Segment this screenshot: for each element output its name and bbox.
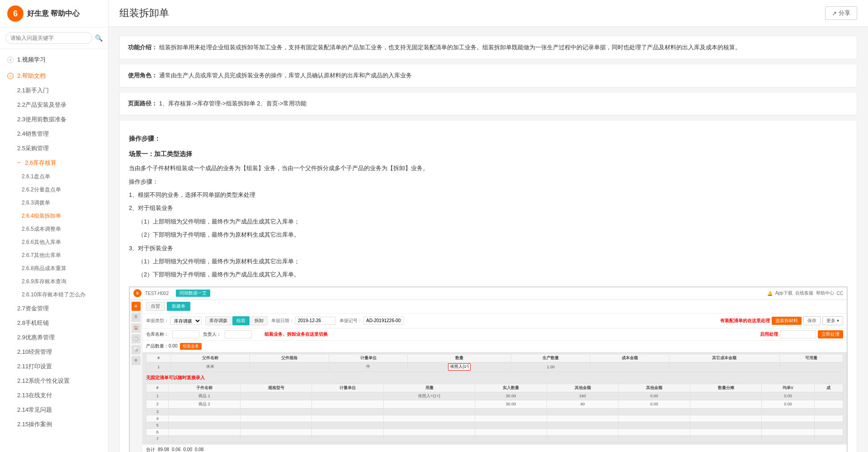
sidebar-item-print[interactable]: 2.11打印设置 bbox=[0, 359, 108, 374]
sim-new-btn[interactable]: 同期数据一艾 bbox=[176, 290, 210, 297]
sim-no-input[interactable] bbox=[363, 317, 404, 325]
nav-sub-label: 2.5采购管理 bbox=[17, 145, 49, 152]
sim-icon-nav1[interactable]: ☰ bbox=[132, 313, 141, 322]
sim-field-no-label: 单据记号： bbox=[340, 318, 362, 324]
sidebar-nav: + 1.视频学习 − 2.帮助文档 2.1新手入门 2.2产品安装及登录 2.3… bbox=[0, 49, 108, 452]
sim-lcol-seq: # bbox=[146, 384, 169, 392]
sim-top-icon5: CC bbox=[837, 291, 843, 296]
sim-more-btn[interactable]: 更多 ▾ bbox=[822, 316, 843, 325]
sim-annotation-enable: 启用处理 bbox=[760, 331, 778, 338]
sim-top-icon2: App下载 bbox=[775, 290, 793, 296]
sidebar-item-other-out[interactable]: 2.6.7其他出库单 bbox=[0, 249, 108, 262]
sim-annotation-type: 组装业务、拆卸业务在这里切换 bbox=[264, 331, 328, 338]
sim-upper-label: 产品数量：0.00 bbox=[146, 343, 177, 349]
role-text: 通常由生产人员或库管人员完成拆装业务的操作，库管人员确认原材料的出库和产成品的入… bbox=[159, 72, 412, 79]
ops-step-4: （2）下部明细为子件明细，最终作为原材料生成其它出库单。 bbox=[129, 229, 848, 240]
sidebar-item-finance[interactable]: 2.7资金管理 bbox=[0, 301, 108, 316]
search-box: 🔍 bbox=[0, 28, 108, 49]
sidebar-item-partial-stocktake[interactable]: 2.6.2分量盘点单 bbox=[0, 183, 108, 196]
sidebar-item-purchase[interactable]: 2.5采购管理 bbox=[0, 141, 108, 156]
nav-sub-label: 2.1新手入门 bbox=[17, 87, 49, 94]
sidebar-item-personalize[interactable]: 2.12系统个性化设置 bbox=[0, 374, 108, 388]
sidebar-item-cost-adjust[interactable]: 2.6.5成本调整单 bbox=[0, 223, 108, 236]
sim-warehouse-input[interactable] bbox=[172, 330, 199, 338]
sim-bom-btn[interactable]: 选装拆材料 bbox=[772, 317, 802, 325]
sidebar-item-data-prep[interactable]: 2.3使用前数据准备 bbox=[0, 112, 108, 127]
sidebar-item-transfer[interactable]: 2.6.3调拨单 bbox=[0, 196, 108, 209]
sidebar-item-assembly[interactable]: 2.6.4组装拆卸单 bbox=[0, 209, 108, 223]
nav-sub-label: 2.4销售管理 bbox=[17, 130, 49, 137]
sim-total-3: 0.00 bbox=[184, 447, 192, 452]
sim-icon-home[interactable]: ⊞ bbox=[132, 302, 141, 311]
sim-tab-new[interactable]: 新建单 bbox=[167, 302, 190, 311]
sim-icon-nav5[interactable]: ⚙ bbox=[132, 356, 141, 365]
ops-step-2: 2、对于组装业务 bbox=[129, 203, 848, 213]
sim-top-icon4: 帮助中心 bbox=[816, 290, 834, 296]
sidebar-item-install[interactable]: 2.2产品安装及登录 bbox=[0, 98, 108, 112]
sidebar-item-coupon[interactable]: 2.9优惠券管理 bbox=[0, 330, 108, 345]
sidebar-item-docs[interactable]: − 2.帮助文档 bbox=[0, 69, 108, 83]
sim-date-input[interactable] bbox=[295, 317, 336, 325]
sidebar-item-payment[interactable]: 2.13在线支付 bbox=[0, 388, 108, 403]
path-label: 页面路径： bbox=[128, 100, 157, 107]
sim-total-2: 0.06 bbox=[172, 447, 180, 452]
search-input[interactable] bbox=[5, 32, 92, 44]
share-button[interactable]: ↗ 分享 bbox=[825, 6, 857, 20]
scene1-desc: 当由多个子件材料组装成一个成品的业务为【组装】业务，当由一个父件拆分成多个子产品… bbox=[129, 163, 848, 173]
sim-type-btn-transfer[interactable]: 库存调拨 bbox=[205, 316, 231, 325]
sidebar-item-video[interactable]: + 1.视频学习 bbox=[0, 52, 108, 67]
sidebar-item-sales[interactable]: 2.4销售管理 bbox=[0, 127, 108, 141]
sim-type-select[interactable]: 库存调拨 bbox=[170, 317, 202, 325]
sim-cell-prod-qty: 1.00 bbox=[511, 362, 590, 371]
screenshot-container: 6 TEST-H002 同期数据一艾 🔔 App下载 在线客服 帮助中心 CC bbox=[129, 286, 848, 452]
sim-cell-unit: 件 bbox=[329, 362, 408, 371]
sim-qty-input[interactable] bbox=[448, 363, 471, 371]
nav-sub-docs: 2.1新手入门 2.2产品安装及登录 2.3使用前数据准备 2.4销售管理 2.… bbox=[0, 83, 108, 432]
sim-person-input[interactable] bbox=[225, 330, 252, 338]
sim-upper-row-1: 1 米米 件 1.00 bbox=[146, 362, 843, 371]
nav-sub-label: 2.3使用前数据准备 bbox=[17, 116, 66, 123]
sidebar-item-mobile[interactable]: 2.8手机旺铺 bbox=[0, 316, 108, 330]
sim-field-type: 单据类型： 库存调拨 bbox=[146, 317, 202, 325]
main-area: 组装拆卸单 ↗ 分享 功能介绍： 组装拆卸单用来处理企业组装或拆卸等加工业务，支… bbox=[108, 0, 868, 452]
sim-type-btns: 库存调拨 组装 拆卸 bbox=[205, 316, 268, 325]
sim-section-badge: 组装业务 bbox=[180, 343, 202, 350]
sim-total-label: 合计 bbox=[146, 447, 155, 452]
nav-section-docs: − 2.帮助文档 2.1新手入门 2.2产品安装及登录 2.3使用前数据准备 2… bbox=[0, 68, 108, 433]
sim-icon-nav3[interactable]: 📋 bbox=[132, 334, 141, 343]
search-button[interactable]: 🔍 bbox=[95, 34, 103, 42]
sim-type-btn-disassembly[interactable]: 拆卸 bbox=[250, 316, 268, 325]
sim-lower-row-3: 3 bbox=[146, 408, 843, 415]
sim-form-area: 单据类型： 库存调拨 库存调拨 组装 拆卸 单据 bbox=[142, 314, 847, 328]
content-body: 操作步骤： 场景一：加工类型选择 当由多个子件材料组装成一个成品的业务为【组装】… bbox=[119, 120, 857, 452]
sim-icon-nav4[interactable]: 📊 bbox=[132, 345, 141, 354]
sidebar-item-ledger-query[interactable]: 2.6.9库存账本查询 bbox=[0, 275, 108, 288]
sidebar-item-cost-recalc[interactable]: 2.6.8商品成本重算 bbox=[0, 262, 108, 275]
sim-topbar-right: 🔔 App下载 在线客服 帮助中心 CC bbox=[767, 290, 843, 296]
sim-col-seq: # bbox=[146, 354, 171, 362]
sidebar-item-other-in[interactable]: 2.6.6其他入库单 bbox=[0, 236, 108, 249]
sim-tab-home[interactable]: 自贸 bbox=[146, 302, 165, 311]
sim-cell-parent-spec bbox=[250, 362, 329, 371]
sim-field-date: 单据日期： bbox=[271, 317, 336, 325]
sidebar-item-stocktake[interactable]: 2.6.1盘点单 bbox=[0, 170, 108, 183]
sim-enable-input[interactable] bbox=[780, 330, 816, 338]
sim-lower-table-area: # 子件名称 规格型号 计量单位 用量 实入数量 其他金额 其他金额 数量分摊 bbox=[142, 382, 847, 444]
sim-icon-nav2[interactable]: 🏠 bbox=[132, 324, 141, 333]
sidebar-item-operations[interactable]: 2.10经营管理 bbox=[0, 345, 108, 359]
sim-lcol-usage: 用量 bbox=[383, 384, 475, 392]
sidebar-item-cases[interactable]: 2.15操作案例 bbox=[0, 417, 108, 432]
sidebar-item-newbie[interactable]: 2.1新手入门 bbox=[0, 83, 108, 98]
sidebar-item-inventory[interactable]: − 2.6库存核算 bbox=[0, 156, 108, 170]
sim-annotation-bom: 有装配清单的在这里处理 bbox=[720, 318, 770, 324]
sim-confirm-btn[interactable]: 立即处理 bbox=[818, 330, 843, 338]
expand-icon: + bbox=[7, 57, 14, 63]
sim-annotation-manual: 无固定清单可以随时直接录入 bbox=[142, 374, 847, 382]
sim-type-btn-assembly[interactable]: 组装 bbox=[232, 316, 250, 325]
func-intro-label: 功能介绍： bbox=[128, 44, 157, 51]
sim-save-btn[interactable]: 保存 bbox=[803, 316, 821, 325]
sidebar-item-faq[interactable]: 2.14常见问题 bbox=[0, 403, 108, 417]
sim-lcol-alloc: 数量分摊 bbox=[690, 384, 761, 392]
sidebar-item-ledger-fix[interactable]: 2.6.10库存账本错了怎么办 bbox=[0, 288, 108, 301]
nav-sub-label: 2.6库存核算 bbox=[25, 159, 57, 166]
